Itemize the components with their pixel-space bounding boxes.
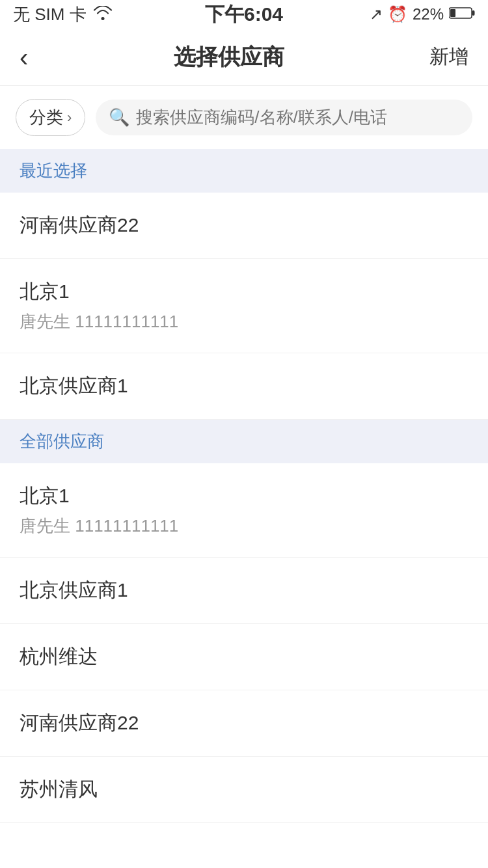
filter-bar: 分类 › 🔍 bbox=[0, 86, 488, 149]
item-name: 河南供应商22 bbox=[20, 212, 468, 239]
svg-rect-1 bbox=[472, 10, 475, 16]
battery-icon bbox=[449, 5, 475, 23]
status-bar: 无 SIM 卡 下午6:04 ↗ ⏰ 22% bbox=[0, 0, 488, 29]
wifi-icon bbox=[93, 5, 113, 25]
status-left: 无 SIM 卡 bbox=[13, 3, 113, 26]
recent-item-0[interactable]: 河南供应商22 bbox=[0, 193, 488, 259]
recent-section-label: 最近选择 bbox=[20, 161, 87, 180]
add-button[interactable]: 新增 bbox=[429, 44, 468, 70]
item-name: 苏州清风 bbox=[20, 776, 468, 803]
item-name: 河南供应商22 bbox=[20, 710, 468, 737]
item-name: 北京1 bbox=[20, 483, 468, 509]
recent-item-2[interactable]: 北京供应商1 bbox=[0, 353, 488, 420]
search-box[interactable]: 🔍 bbox=[96, 100, 472, 135]
item-name: 北京供应商1 bbox=[20, 373, 468, 400]
all-section-header: 全部供应商 bbox=[0, 420, 488, 463]
status-right: ↗ ⏰ 22% bbox=[370, 5, 475, 23]
all-item-1[interactable]: 北京供应商1 bbox=[0, 558, 488, 624]
status-time: 下午6:04 bbox=[205, 1, 283, 28]
back-button[interactable]: ‹ bbox=[20, 44, 28, 70]
page-title: 选择供应商 bbox=[174, 42, 284, 72]
category-label: 分类 bbox=[29, 106, 63, 129]
item-contact: 唐先生 11111111111 bbox=[20, 515, 468, 537]
recent-item-1[interactable]: 北京1 唐先生 11111111111 bbox=[0, 259, 488, 353]
svg-rect-2 bbox=[450, 9, 455, 17]
item-contact: 唐先生 11111111111 bbox=[20, 310, 468, 333]
item-name: 北京1 bbox=[20, 278, 468, 305]
category-button[interactable]: 分类 › bbox=[16, 99, 85, 136]
all-items-list: 北京1 唐先生 11111111111 北京供应商1 杭州维达 河南供应商22 … bbox=[0, 463, 488, 823]
recent-items-list: 河南供应商22 北京1 唐先生 11111111111 北京供应商1 bbox=[0, 193, 488, 420]
all-item-0[interactable]: 北京1 唐先生 11111111111 bbox=[0, 463, 488, 558]
item-name: 北京供应商1 bbox=[20, 577, 468, 604]
all-section-label: 全部供应商 bbox=[20, 431, 104, 451]
search-input[interactable] bbox=[136, 107, 459, 128]
all-item-3[interactable]: 河南供应商22 bbox=[0, 690, 488, 757]
location-icon: ↗ bbox=[370, 5, 383, 23]
alarm-icon: ⏰ bbox=[388, 5, 407, 23]
all-item-2[interactable]: 杭州维达 bbox=[0, 624, 488, 690]
search-icon: 🔍 bbox=[109, 107, 129, 128]
item-name: 杭州维达 bbox=[20, 644, 468, 670]
recent-section-header: 最近选择 bbox=[0, 149, 488, 193]
battery-level: 22% bbox=[413, 5, 444, 23]
chevron-right-icon: › bbox=[67, 109, 72, 126]
nav-bar: ‹ 选择供应商 新增 bbox=[0, 29, 488, 86]
all-item-4[interactable]: 苏州清风 bbox=[0, 757, 488, 823]
sim-status: 无 SIM 卡 bbox=[13, 3, 87, 26]
